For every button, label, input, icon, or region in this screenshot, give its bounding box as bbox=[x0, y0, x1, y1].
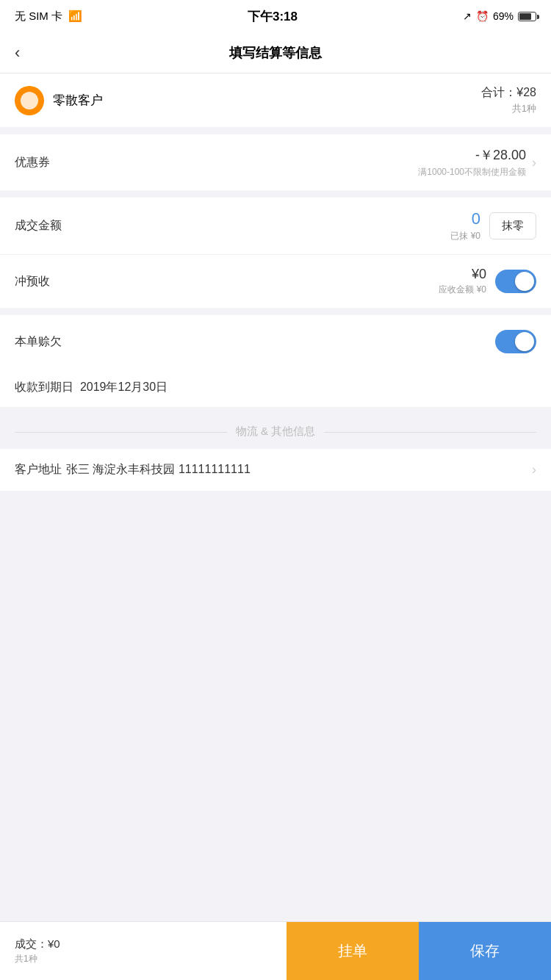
customer-right: 合计：¥28 共1种 bbox=[481, 85, 536, 115]
bottom-summary: 成交：¥0 共1种 bbox=[0, 922, 287, 980]
debt-toggle[interactable] bbox=[495, 330, 536, 353]
customer-row: 零散客户 合计：¥28 共1种 bbox=[0, 73, 551, 127]
save-button[interactable]: 保存 bbox=[419, 922, 551, 980]
coupon-chevron-icon: › bbox=[532, 155, 536, 170]
battery-icon bbox=[518, 12, 536, 21]
wifi-icon: 📶 bbox=[68, 10, 82, 23]
total-count: 共1种 bbox=[481, 102, 536, 115]
toggle-knob bbox=[515, 272, 534, 291]
pre-receivable: 应收金额 ¥0 bbox=[439, 284, 486, 296]
coupon-value: -￥28.00 满1000-100不限制使用金额 bbox=[418, 146, 526, 179]
address-value: 张三 海淀永丰科技园 11111111111 bbox=[66, 462, 526, 478]
status-left: 无 SIM 卡 📶 bbox=[15, 10, 82, 24]
address-section: 客户地址 张三 海淀永丰科技园 11111111111 › bbox=[0, 449, 551, 491]
transaction-label: 成交金额 bbox=[15, 218, 66, 234]
address-label: 客户地址 bbox=[15, 462, 66, 478]
amount-col: 0 已抹 ¥0 bbox=[450, 209, 480, 242]
pre-collection-label: 冲预收 bbox=[15, 274, 66, 289]
total-amount: 合计：¥28 bbox=[481, 85, 536, 101]
debt-row: 本单赊欠 bbox=[0, 315, 551, 368]
coupon-label: 优惠券 bbox=[15, 155, 66, 170]
alarm-icon: ⏰ bbox=[476, 10, 489, 22]
carrier-label: 无 SIM 卡 bbox=[15, 10, 62, 24]
page-title: 填写结算等信息 bbox=[229, 44, 322, 62]
pre-collection-toggle[interactable] bbox=[495, 270, 536, 293]
address-chevron-icon: › bbox=[532, 462, 536, 478]
debt-toggle-knob bbox=[515, 332, 534, 351]
save-button-label: 保存 bbox=[470, 941, 500, 961]
status-bar: 无 SIM 卡 📶 下午3:18 ↗ ⏰ 69% bbox=[0, 0, 551, 32]
amount-deducted: 已抹 ¥0 bbox=[450, 230, 480, 242]
transaction-value: 0 bbox=[450, 209, 480, 228]
logistics-section-label: 物流 & 其他信息 bbox=[227, 425, 324, 439]
customer-section: 零散客户 合计：¥28 共1种 bbox=[0, 73, 551, 127]
transaction-section: 成交金额 0 已抹 ¥0 抹零 冲预收 ¥0 应收金额 ¥0 bbox=[0, 198, 551, 308]
bottom-deal: 成交：¥0 bbox=[15, 937, 272, 951]
location-icon: ↗ bbox=[463, 10, 472, 22]
pre-collection-right: ¥0 应收金额 ¥0 bbox=[439, 267, 536, 296]
coupon-right: -￥28.00 满1000-100不限制使用金额 › bbox=[418, 146, 536, 179]
debt-section: 本单赊欠 收款到期日 2019年12月30日 bbox=[0, 315, 551, 407]
address-row[interactable]: 客户地址 张三 海淀永丰科技园 11111111111 › bbox=[0, 449, 551, 491]
due-date-row: 收款到期日 2019年12月30日 bbox=[0, 368, 551, 407]
logistics-header: 物流 & 其他信息 bbox=[0, 414, 551, 449]
bottom-bar: 成交：¥0 共1种 挂单 保存 bbox=[0, 921, 551, 980]
customer-left: 零散客户 bbox=[15, 86, 103, 115]
pre-col-text: ¥0 应收金额 ¥0 bbox=[439, 267, 486, 296]
coupon-note: 满1000-100不限制使用金额 bbox=[418, 166, 526, 179]
customer-name: 零散客户 bbox=[53, 92, 103, 109]
debt-label: 本单赊欠 bbox=[15, 334, 62, 350]
transaction-row: 成交金额 0 已抹 ¥0 抹零 bbox=[0, 198, 551, 255]
nav-bar: ‹ 填写结算等信息 bbox=[0, 32, 551, 73]
avatar-inner bbox=[21, 92, 38, 109]
battery-percent: 69% bbox=[493, 10, 514, 22]
pre-amount: ¥0 bbox=[439, 267, 486, 282]
pre-collection-row: 冲预收 ¥0 应收金额 ¥0 bbox=[0, 255, 551, 308]
due-date-value: 2019年12月30日 bbox=[80, 381, 168, 393]
bottom-count: 共1种 bbox=[15, 953, 272, 965]
status-time: 下午3:18 bbox=[248, 8, 298, 25]
coupon-row[interactable]: 优惠券 -￥28.00 满1000-100不限制使用金额 › bbox=[0, 134, 551, 190]
back-button[interactable]: ‹ bbox=[9, 37, 26, 68]
due-date-label: 收款到期日 2019年12月30日 bbox=[15, 381, 168, 393]
status-right: ↗ ⏰ 69% bbox=[463, 10, 536, 22]
transaction-right: 0 已抹 ¥0 抹零 bbox=[450, 209, 536, 242]
hang-button-label: 挂单 bbox=[338, 941, 367, 961]
round-button[interactable]: 抹零 bbox=[489, 212, 536, 239]
coupon-discount: -￥28.00 bbox=[475, 146, 526, 164]
hang-button[interactable]: 挂单 bbox=[287, 922, 419, 980]
customer-avatar bbox=[15, 86, 44, 115]
content: 零散客户 合计：¥28 共1种 优惠券 -￥28.00 满1000-100不限制… bbox=[0, 73, 551, 557]
coupon-section: 优惠券 -￥28.00 满1000-100不限制使用金额 › bbox=[0, 134, 551, 190]
